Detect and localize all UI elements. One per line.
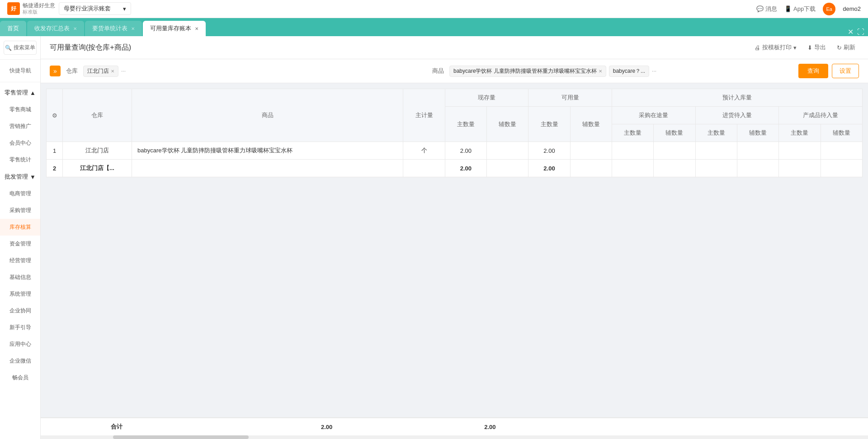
sidebar-item-new-guide[interactable]: 新手引导: [0, 319, 40, 336]
sidebar-item-app-center[interactable]: 应用中心: [0, 336, 40, 353]
summary-purchase-transit-main: [612, 160, 654, 177]
sidebar-item-retail-stats[interactable]: 零售统计: [0, 151, 40, 168]
template-print-btn[interactable]: 🖨 按模板打印 ▾: [751, 42, 800, 53]
retail-mall-label: 零售商城: [9, 106, 31, 113]
product-tag-1-value: babycare学饮杯 儿童防摔防撞吸管杯重力球吸嘴杯宝宝水杯: [453, 67, 597, 75]
settings-button[interactable]: 设置: [832, 64, 859, 78]
tab-receive-pay-label: 收发存汇总表: [34, 24, 70, 33]
marketing-label: 营销推广: [9, 123, 31, 130]
app-download-label: App下载: [793, 5, 816, 13]
table-container: ⚙ 仓库 商品 主计量 现存量: [41, 83, 868, 417]
sidebar-item-retail-mgmt[interactable]: 零售管理 ▲: [0, 84, 40, 101]
top-bar-left: 好 畅捷通好生意 标准版 母婴行业演示账套 ▾: [7, 2, 131, 15]
sidebar-item-finance[interactable]: 资金管理: [0, 236, 40, 252]
retail-mgmt-arrow: ▲: [30, 90, 36, 96]
finance-label: 资金管理: [9, 240, 31, 248]
tab-bar-right: ✕ ⛶: [848, 28, 868, 36]
export-btn[interactable]: ⬇ 导出: [804, 42, 830, 53]
sidebar-item-marketing[interactable]: 营销推广: [0, 118, 40, 135]
col-product-pending-aux-header: 辅数量: [821, 124, 862, 142]
summary-product: [132, 160, 403, 177]
scrollbar-thumb[interactable]: [113, 435, 249, 439]
product-tag-1[interactable]: babycare学饮杯 儿童防摔防撞吸管杯重力球吸嘴杯宝宝水杯 ✕: [449, 66, 606, 77]
page-actions: 🖨 按模板打印 ▾ ⬇ 导出 ↻ 刷新: [751, 42, 859, 53]
data-table: ⚙ 仓库 商品 主计量 现存量: [46, 89, 863, 177]
logo-text-area: 畅捷通好生意 标准版: [23, 2, 55, 15]
store-name: 母婴行业演示账套: [64, 5, 111, 13]
sidebar-nav-quick-nav[interactable]: 快捷导航: [0, 63, 40, 78]
row-1-product-pending-aux: [821, 142, 862, 160]
tab-order-stats-close[interactable]: ✕: [131, 26, 135, 31]
query-button[interactable]: 查询: [798, 64, 828, 78]
sidebar-item-purchase[interactable]: 采购管理: [0, 202, 40, 219]
tab-maximize-btn[interactable]: ⛶: [857, 28, 864, 36]
tab-order-stats[interactable]: 要货单统计表 ✕: [85, 21, 142, 36]
sidebar-item-member[interactable]: 畅会员: [0, 369, 40, 386]
product-tag-2[interactable]: babycare？...: [609, 66, 649, 77]
member-label: 畅会员: [12, 374, 28, 382]
sidebar-item-member-center[interactable]: 会员中心: [0, 135, 40, 151]
sidebar-search-area: 🔍 搜索菜单: [0, 36, 40, 60]
user-avatar[interactable]: Ea: [823, 3, 835, 15]
avatar-text: Ea: [826, 6, 832, 12]
sidebar-item-ecommerce[interactable]: 电商管理: [0, 185, 40, 202]
col-available-aux-header: 辅数量: [570, 107, 612, 142]
col-product-pending-header: 产成品待入量: [779, 107, 863, 124]
tab-receive-pay[interactable]: 收发存汇总表 ✕: [27, 21, 84, 36]
col-settings-header[interactable]: ⚙: [47, 89, 63, 142]
tab-available-stock[interactable]: 可用量库存账本 ✕: [143, 21, 206, 36]
sidebar-item-system[interactable]: 系统管理: [0, 286, 40, 302]
template-print-label: 按模板打印: [762, 43, 792, 52]
sidebar-search-button[interactable]: 🔍 搜索菜单: [4, 41, 37, 55]
app-download-action[interactable]: 📱 App下载: [784, 5, 816, 13]
print-icon: 🖨: [755, 44, 760, 51]
summary-product-pending-aux: [821, 160, 862, 177]
col-planned-in-header: 预计入库量: [612, 89, 863, 107]
table-row: 1 江北门店 babycare学饮杯 儿童防摔防撞吸管杯重力球吸嘴杯宝宝水杯 个: [47, 142, 863, 160]
page-title: 可用量查询(按仓库+商品): [50, 43, 131, 52]
sidebar-item-base-info[interactable]: 基础信息: [0, 269, 40, 286]
logo-icon: 好: [7, 2, 20, 15]
logo-area: 好 畅捷通好生意 标准版: [7, 2, 55, 15]
tab-close-all-btn[interactable]: ✕: [848, 28, 854, 36]
tab-available-stock-close[interactable]: ✕: [195, 26, 198, 31]
footer-row: 合计 2.00 2.00: [41, 418, 868, 435]
user-name[interactable]: demo2: [843, 5, 861, 12]
footer-incoming-main: [686, 418, 731, 435]
tab-receive-pay-close[interactable]: ✕: [73, 26, 77, 31]
row-1-current-aux: [487, 142, 528, 160]
logo-subtext: 标准版: [23, 9, 55, 15]
sidebar-item-inventory[interactable]: 库存核算: [0, 219, 40, 236]
product-tag-1-close[interactable]: ✕: [599, 69, 602, 74]
search-icon: 🔍: [5, 45, 12, 51]
warehouse-filter-more[interactable]: ···: [121, 68, 126, 74]
filter-bar: » 仓库 江北门店 ✕ ··· 商品 babycare学饮杯 儿童防摔防撞吸管杯…: [41, 59, 868, 83]
summary-available-aux: [570, 160, 612, 177]
row-1-purchase-transit-main: [612, 142, 654, 160]
wholesale-arrow: ▼: [30, 174, 36, 180]
sidebar-item-retail-mall[interactable]: 零售商城: [0, 101, 40, 118]
summary-unit: [403, 160, 445, 177]
tab-available-stock-label: 可用量库存账本: [150, 24, 191, 33]
filter-expand-btn[interactable]: »: [50, 66, 61, 76]
warehouse-tag-close[interactable]: ✕: [111, 69, 114, 74]
table-scrollbar[interactable]: [41, 435, 868, 439]
summary-incoming-aux: [737, 160, 778, 177]
sidebar-item-enterprise-wechat[interactable]: 企业微信: [0, 353, 40, 369]
refresh-btn[interactable]: ↻ 刷新: [833, 42, 859, 53]
message-action[interactable]: 💬 消息: [756, 5, 777, 13]
inventory-label: 库存核算: [9, 223, 31, 231]
sidebar-item-ops[interactable]: 经营管理: [0, 252, 40, 269]
tab-order-stats-label: 要货单统计表: [92, 24, 127, 33]
content-area: 可用量查询(按仓库+商品) 🖨 按模板打印 ▾ ⬇ 导出 ↻ 刷新 »: [41, 36, 868, 439]
sidebar-item-wholesale-mgmt[interactable]: 批发管理 ▼: [0, 168, 40, 185]
sidebar-item-enterprise-collab[interactable]: 企业协同: [0, 302, 40, 319]
product-tag-2-value: babycare？...: [613, 67, 645, 75]
tab-bar: 首页 收发存汇总表 ✕ 要货单统计表 ✕ 可用量库存账本 ✕ ✕ ⛶: [0, 18, 868, 36]
tab-home[interactable]: 首页: [0, 21, 26, 36]
warehouse-label: 仓库: [66, 67, 78, 75]
refresh-icon: ↻: [837, 44, 842, 51]
store-selector[interactable]: 母婴行业演示账套 ▾: [59, 2, 131, 15]
warehouse-tag[interactable]: 江北门店 ✕: [83, 66, 118, 77]
product-filter-more[interactable]: ···: [652, 68, 656, 74]
